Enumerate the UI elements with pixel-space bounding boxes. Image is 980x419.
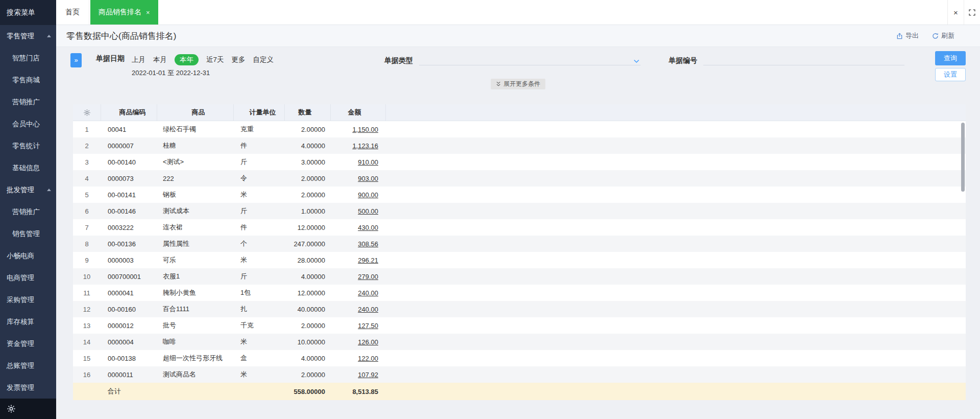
amount-link[interactable]: 107.92: [358, 371, 378, 379]
amount-cell: 240.00: [330, 306, 385, 313]
table-row: 40000073222令2.00000903.00: [73, 170, 966, 187]
amount-link[interactable]: 308.56: [358, 240, 378, 248]
header-product-name[interactable]: 商品: [157, 104, 233, 121]
sidebar-item[interactable]: 采购管理: [0, 289, 56, 311]
product-name: 测试商品名: [157, 370, 233, 379]
table-row: 600-00146测试成本斤1.00000500.00: [73, 203, 966, 219]
amount-link[interactable]: 240.00: [358, 289, 378, 297]
sidebar-item-label: 零售统计: [12, 135, 40, 157]
unit: 个: [233, 239, 284, 248]
amount-link[interactable]: 903.00: [358, 175, 378, 182]
product-name: 属性属性: [157, 239, 233, 248]
chevron-up-icon: [47, 189, 51, 191]
quantity: 12.00000: [284, 224, 330, 231]
sidebar-item-label: 营销推广: [12, 91, 40, 113]
header-product-code[interactable]: 商品编码: [101, 104, 157, 121]
amount-link[interactable]: 126.00: [358, 338, 378, 346]
date-option[interactable]: 自定义: [253, 55, 274, 64]
sidebar-item[interactable]: 库存核算: [0, 311, 56, 333]
date-option[interactable]: 近7天: [206, 55, 224, 64]
filter-bar: » 单据日期 上月本月本年近7天更多自定义 2022-01-01 至 2022-…: [56, 47, 980, 104]
unit: 斤: [233, 206, 284, 216]
quantity: 40.00000: [284, 306, 330, 313]
unit: 米: [233, 255, 284, 265]
date-options: 上月本月本年近7天更多自定义: [132, 54, 274, 65]
doc-type-label: 单据类型: [384, 56, 413, 65]
sidebar-item-label: 资金管理: [7, 333, 34, 355]
product-ranking-table: 商品编码 商品 计量单位 数量 金额 100041绿松石手镯克重2.000001…: [73, 104, 966, 400]
amount-link[interactable]: 900.00: [358, 191, 378, 199]
unit: 1包: [233, 288, 284, 297]
sidebar-item[interactable]: 零售商城: [0, 69, 56, 91]
header-amount[interactable]: 金额: [330, 104, 385, 121]
query-button[interactable]: 查询: [935, 51, 966, 65]
sidebar-item[interactable]: 营销推广: [0, 201, 56, 223]
export-icon: [896, 33, 903, 39]
sidebar-item[interactable]: 总账管理: [0, 355, 56, 377]
amount-link[interactable]: 500.00: [358, 207, 378, 215]
close-all-tabs-icon[interactable]: ×: [947, 0, 964, 25]
product-name: 百合1111: [157, 305, 233, 314]
sidebar-item[interactable]: 资金管理: [0, 333, 56, 355]
date-option[interactable]: 上月: [132, 55, 145, 64]
doc-type-select[interactable]: [419, 54, 641, 65]
date-option[interactable]: 本月: [153, 55, 167, 64]
product-code: 0000041: [101, 289, 157, 297]
amount-link[interactable]: 122.00: [358, 355, 378, 362]
column-settings-button[interactable]: [73, 104, 101, 121]
tab-home[interactable]: 首页: [56, 0, 89, 25]
sidebar-item[interactable]: 批发管理: [0, 179, 56, 201]
amount-link[interactable]: 1,150.00: [352, 126, 378, 133]
row-index: 1: [73, 126, 101, 133]
tab-product-sales-ranking[interactable]: 商品销售排名 ×: [90, 0, 158, 25]
sidebar-item[interactable]: 电商管理: [0, 267, 56, 289]
unit: 米: [233, 337, 284, 346]
product-code: 0000003: [101, 257, 157, 264]
refresh-label: 刷新: [941, 31, 954, 40]
sidebar-settings-button[interactable]: [0, 399, 56, 419]
date-option[interactable]: 更多: [232, 55, 246, 64]
settings-button[interactable]: 设置: [935, 68, 966, 81]
sidebar-item[interactable]: 小畅电商: [0, 245, 56, 267]
doc-number-input[interactable]: [703, 54, 904, 65]
quantity: 2.00000: [284, 322, 330, 330]
sidebar-item[interactable]: 零售统计: [0, 135, 56, 157]
vertical-scrollbar[interactable]: [961, 123, 965, 192]
sidebar-item[interactable]: 零售管理: [0, 25, 56, 47]
tab-close-icon[interactable]: ×: [146, 9, 150, 16]
sidebar-item[interactable]: 智慧门店: [0, 47, 56, 69]
chevron-up-icon: [47, 35, 51, 37]
expand-more-filters-button[interactable]: 展开更多条件: [491, 79, 546, 89]
quantity: 28.00000: [284, 257, 330, 264]
sidebar-item[interactable]: 会员中心: [0, 113, 56, 135]
sidebar-item[interactable]: 销售管理: [0, 223, 56, 245]
export-button[interactable]: 导出: [896, 31, 919, 40]
amount-link[interactable]: 279.00: [358, 273, 378, 281]
amount-link[interactable]: 127.50: [358, 322, 378, 330]
collapse-filter-button[interactable]: »: [70, 53, 82, 67]
amount-link[interactable]: 910.00: [358, 158, 378, 166]
filter-doc-type-group: 单据类型: [384, 54, 641, 65]
fullscreen-icon[interactable]: [964, 0, 980, 25]
sidebar-item[interactable]: 发票管理: [0, 377, 56, 399]
amount-cell: 500.00: [330, 207, 385, 215]
tabbar-controls: ×: [947, 0, 980, 25]
amount-link[interactable]: 1,123.16: [352, 142, 378, 150]
amount-link[interactable]: 430.00: [358, 224, 378, 231]
sidebar-item-label: 库存核算: [7, 311, 34, 333]
amount-link[interactable]: 296.21: [358, 257, 378, 264]
unit: 克重: [233, 125, 284, 134]
sidebar-search-menu[interactable]: 搜索菜单: [0, 0, 56, 25]
header-quantity[interactable]: 数量: [284, 104, 330, 121]
total-label: 合计: [101, 387, 157, 396]
sidebar-item-label: 发票管理: [7, 377, 34, 399]
amount-link[interactable]: 240.00: [358, 306, 378, 313]
table-row: 70003222连衣裙件12.00000430.00: [73, 219, 966, 236]
quantity: 4.00000: [284, 273, 330, 281]
refresh-button[interactable]: 刷新: [932, 31, 954, 40]
date-option[interactable]: 本年: [175, 54, 199, 65]
sidebar-item[interactable]: 营销推广: [0, 91, 56, 113]
header-unit[interactable]: 计量单位: [233, 104, 284, 121]
tab-label: 商品销售排名: [99, 8, 141, 17]
sidebar-item[interactable]: 基础信息: [0, 157, 56, 179]
